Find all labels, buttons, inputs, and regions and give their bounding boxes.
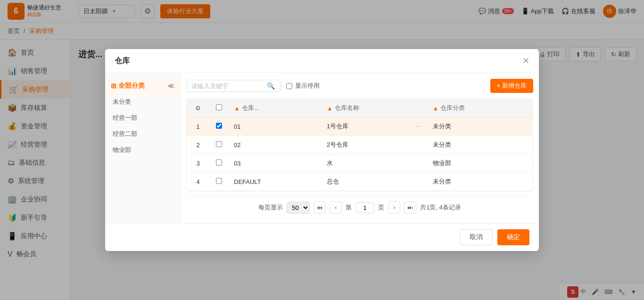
page-suffix: 页 (378, 203, 384, 212)
search-input[interactable] (191, 83, 267, 90)
confirm-button[interactable]: 确定 (497, 229, 529, 245)
modal-sidebar-header: ⊞ 全部分类 ≪ (105, 78, 180, 94)
modal-toolbar: 🔍 显示停用 + 新增仓库 (186, 79, 533, 93)
row-code: DEFAULT (228, 173, 321, 191)
row-checkbox[interactable] (209, 117, 228, 136)
modal-search-area: 🔍 显示停用 (186, 80, 320, 92)
modal-title: 仓库 (115, 56, 130, 66)
row-no: 3 (187, 154, 209, 173)
cancel-button[interactable]: 取消 (460, 229, 493, 245)
row-category: 未分类 (427, 173, 533, 191)
row-checkbox[interactable] (209, 173, 228, 191)
row-actions[interactable]: ··· (415, 122, 421, 131)
row-category: 未分类 (427, 117, 533, 136)
search-icon[interactable]: 🔍 (267, 82, 275, 90)
sort-icon: ▲ (234, 105, 240, 112)
row-code: 01 (228, 117, 321, 136)
th-warehouse-code[interactable]: ▲ 仓库... (228, 99, 321, 117)
row-name: 1号仓库··· (321, 117, 427, 136)
last-page-button[interactable]: ⏭ (404, 201, 416, 214)
modal-content-area: 🔍 显示停用 + 新增仓库 ⚙ (181, 73, 539, 223)
page-number-input[interactable] (355, 202, 374, 213)
pagination: 每页显示 50 ⏮ ‹ 第 页 › ⏭ 共1页, 4条记录 (186, 195, 533, 217)
new-warehouse-button[interactable]: + 新增仓库 (490, 79, 533, 93)
next-page-button[interactable]: › (388, 201, 400, 214)
modal-sidebar: ⊞ 全部分类 ≪ 未分类 经营一部 经营二部 物业部 (105, 73, 181, 223)
category-item-2[interactable]: 经营二部 (105, 126, 180, 142)
show-disabled-checkbox[interactable] (286, 83, 292, 89)
category-item-1[interactable]: 经营一部 (105, 110, 180, 126)
all-categories-label[interactable]: 全部分类 (118, 82, 145, 90)
page-label: 第 (346, 203, 352, 212)
sort-icon: ▲ (327, 105, 333, 112)
category-item-0[interactable]: 未分类 (105, 94, 180, 110)
warehouse-table: ⚙ ▲ 仓库... ▲ (186, 99, 533, 192)
th-checkbox[interactable] (209, 99, 228, 117)
modal-body: ⊞ 全部分类 ≪ 未分类 经营一部 经营二部 物业部 🔍 (105, 73, 539, 223)
row-name: 2号仓库 (321, 136, 427, 154)
prev-page-button[interactable]: ‹ (330, 201, 342, 214)
row-name: 水 (321, 154, 427, 173)
th-warehouse-name[interactable]: ▲ 仓库名称 (321, 99, 427, 117)
th-gear[interactable]: ⚙ (187, 99, 209, 117)
row-category: 未分类 (427, 136, 533, 154)
row-checkbox[interactable] (209, 154, 228, 173)
modal-overlay[interactable]: 仓库 ✕ ⊞ 全部分类 ≪ 未分类 经营一部 经营二部 物业部 (0, 0, 644, 300)
warehouse-modal: 仓库 ✕ ⊞ 全部分类 ≪ 未分类 经营一部 经营二部 物业部 (105, 49, 539, 251)
category-item-3[interactable]: 物业部 (105, 142, 180, 158)
grid-icon: ⊞ (111, 82, 116, 90)
show-disabled-text: 显示停用 (295, 82, 320, 90)
modal-header: 仓库 ✕ (105, 49, 539, 73)
table-row[interactable]: 3 03 水 物业部 (187, 154, 533, 173)
table-header-row: ⚙ ▲ 仓库... ▲ (187, 99, 533, 117)
select-all-checkbox[interactable] (216, 104, 222, 110)
table-row[interactable]: 4 DEFAULT 总仓 未分类 (187, 173, 533, 191)
table-row[interactable]: 1 01 1号仓库··· 未分类 (187, 117, 533, 136)
per-page-select[interactable]: 50 (287, 202, 310, 214)
th-warehouse-category[interactable]: ▲ 仓库分类 (427, 99, 533, 117)
row-no: 2 (187, 136, 209, 154)
row-name: 总仓 (321, 173, 427, 191)
search-box: 🔍 (186, 80, 281, 92)
show-disabled-label[interactable]: 显示停用 (286, 82, 320, 90)
close-icon[interactable]: ✕ (522, 56, 529, 66)
modal-footer: 取消 确定 (105, 223, 539, 251)
per-page-label: 每页显示 (258, 203, 283, 212)
row-category: 物业部 (427, 154, 533, 173)
first-page-button[interactable]: ⏮ (314, 201, 326, 214)
row-no: 4 (187, 173, 209, 191)
row-code: 02 (228, 136, 321, 154)
row-code: 03 (228, 154, 321, 173)
table-row[interactable]: 2 02 2号仓库 未分类 (187, 136, 533, 154)
row-no: 1 (187, 117, 209, 136)
row-checkbox[interactable] (209, 136, 228, 154)
collapse-icon[interactable]: ≪ (167, 82, 174, 90)
sort-icon: ▲ (433, 105, 439, 112)
total-info: 共1页, 4条记录 (420, 203, 461, 212)
